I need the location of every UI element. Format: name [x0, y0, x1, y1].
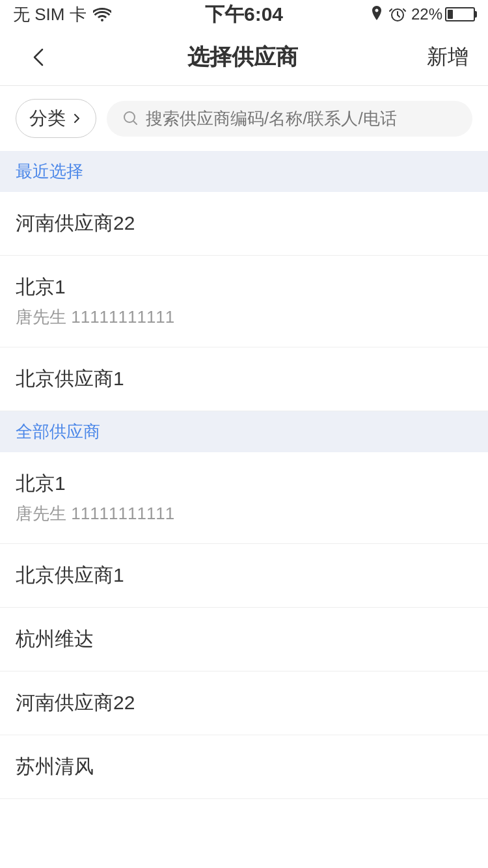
all-section-header: 全部供应商	[0, 411, 488, 452]
status-right: 22%	[370, 5, 475, 23]
back-button[interactable]	[20, 38, 59, 77]
list-item[interactable]: 杭州维达	[0, 608, 488, 671]
list-item[interactable]: 北京1 唐先生 11111111111	[0, 452, 488, 544]
battery: 22%	[411, 5, 475, 23]
add-button[interactable]: 新增	[427, 43, 468, 72]
list-item[interactable]: 河南供应商22	[0, 671, 488, 735]
item-sub: 唐先生 11111111111	[16, 306, 472, 329]
wifi-icon	[93, 7, 111, 21]
recent-section-label: 最近选择	[16, 161, 83, 181]
search-input[interactable]	[146, 109, 457, 129]
search-input-wrap[interactable]	[107, 101, 472, 137]
list-item[interactable]: 河南供应商22	[0, 192, 488, 256]
item-name: 杭州维达	[16, 626, 472, 653]
carrier-text: 无 SIM 卡	[13, 3, 87, 26]
list-item[interactable]: 北京供应商1	[0, 347, 488, 411]
recent-section-header: 最近选择	[0, 151, 488, 192]
battery-percentage: 22%	[411, 5, 442, 23]
recent-items-list: 河南供应商22 北京1 唐先生 11111111111 北京供应商1	[0, 192, 488, 411]
alarm-icon	[389, 6, 406, 23]
page-title: 选择供应商	[187, 42, 298, 72]
search-icon	[122, 110, 139, 127]
back-icon	[27, 46, 51, 69]
item-name: 北京供应商1	[16, 562, 472, 589]
search-area: 分类	[0, 86, 488, 151]
item-name: 北京1	[16, 274, 472, 301]
list-item[interactable]: 北京1 唐先生 11111111111	[0, 256, 488, 347]
item-name: 苏州清风	[16, 753, 472, 780]
category-label: 分类	[29, 106, 66, 131]
category-button[interactable]: 分类	[16, 99, 96, 138]
chevron-right-icon	[71, 113, 83, 124]
item-phone: 11111111111	[71, 307, 174, 327]
status-bar: 无 SIM 卡 下午6:04 22%	[0, 0, 488, 29]
list-item[interactable]: 北京供应商1	[0, 544, 488, 608]
item-name: 河南供应商22	[16, 690, 472, 716]
status-left: 无 SIM 卡	[13, 3, 111, 26]
item-sub: 唐先生 11111111111	[16, 502, 472, 525]
item-name: 北京1	[16, 470, 472, 497]
item-name: 河南供应商22	[16, 210, 472, 237]
item-phone: 11111111111	[71, 504, 174, 523]
item-contact: 唐先生	[16, 307, 66, 327]
all-items-list: 北京1 唐先生 11111111111 北京供应商1 杭州维达 河南供应商22 …	[0, 452, 488, 799]
nav-bar: 选择供应商 新增	[0, 29, 488, 86]
battery-bar	[445, 7, 475, 21]
location-icon	[370, 5, 384, 23]
item-contact: 唐先生	[16, 504, 66, 523]
list-item[interactable]: 苏州清风	[0, 735, 488, 799]
all-section-label: 全部供应商	[16, 422, 100, 441]
status-time: 下午6:04	[205, 1, 283, 28]
battery-fill	[448, 10, 453, 19]
item-name: 北京供应商1	[16, 366, 472, 392]
